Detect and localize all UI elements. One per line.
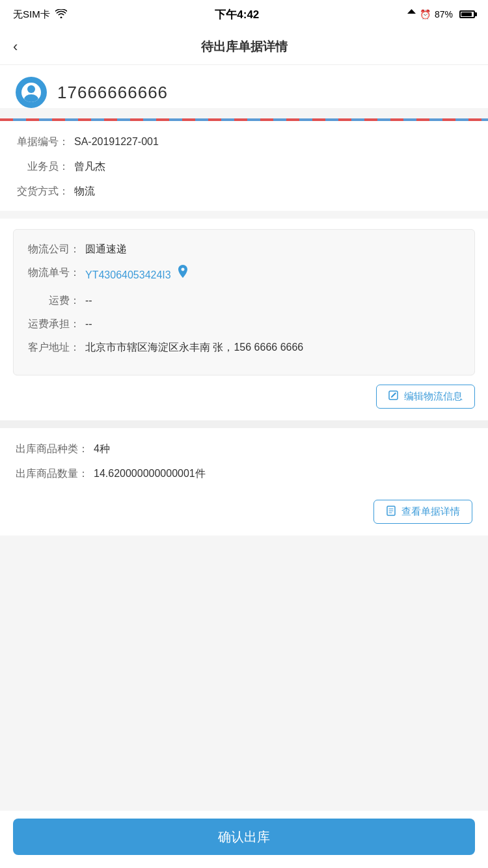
freight-bearer-label: 运费承担： [27, 316, 85, 332]
customer-phone: 17666666666 [57, 83, 168, 103]
logistics-company-row: 物流公司： 圆通速递 [27, 241, 461, 257]
order-no-row: 单据编号： SA-20191227-001 [16, 134, 472, 150]
tracking-no-label: 物流单号： [27, 265, 85, 280]
page-title: 待出库单据详情 [201, 38, 288, 55]
salesman-label: 业务员： [16, 159, 74, 174]
address-value: 北京市市辖区海淀区永丰南 张，156 6666 6666 [85, 340, 461, 355]
product-info-section: 出库商品种类： 4种 出库商品数量： 14.620000000000001件 查… [0, 428, 488, 536]
order-no-label: 单据编号： [16, 134, 74, 150]
confirm-btn-label: 确认出库 [218, 828, 270, 846]
freight-row: 运费： -- [27, 293, 461, 308]
product-category-value: 4种 [94, 441, 472, 457]
delivery-method-label: 交货方式： [16, 183, 74, 199]
status-time: 下午4:42 [215, 7, 259, 22]
freight-bearer-row: 运费承担： -- [27, 316, 461, 332]
nav-bar: ‹ 待出库单据详情 [0, 29, 488, 65]
logistics-company-value: 圆通速递 [85, 241, 461, 257]
salesman-row: 业务员： 曾凡杰 [16, 159, 472, 174]
carrier-label: 无SIM卡 [13, 8, 50, 21]
order-no-value: SA-20191227-001 [74, 134, 472, 150]
confirm-button[interactable]: 确认出库 [13, 819, 475, 855]
product-quantity-value: 14.620000000000001件 [94, 466, 472, 481]
view-detail-button[interactable]: 查看单据详情 [373, 500, 472, 524]
battery-percent: 87% [435, 9, 453, 20]
product-category-label: 出库商品种类： [16, 441, 94, 457]
status-right: ⏰ 87% [407, 9, 475, 20]
confirm-btn-container: 确认出库 [0, 811, 488, 868]
battery-icon [459, 10, 475, 18]
order-info-section: 单据编号： SA-20191227-001 业务员： 曾凡杰 交货方式： 物流 [0, 121, 488, 211]
bottom-spacer [0, 536, 488, 653]
alarm-icon: ⏰ [420, 9, 431, 20]
address-label: 客户地址： [27, 340, 85, 355]
view-btn-row: 查看单据详情 [16, 491, 472, 536]
avatar [16, 77, 47, 108]
delivery-method-row: 交货方式： 物流 [16, 183, 472, 199]
edit-icon [388, 390, 399, 403]
tracking-no-row: 物流单号： YT43064053424I3 [27, 265, 461, 285]
logistics-company-label: 物流公司： [27, 241, 85, 257]
product-category-row: 出库商品种类： 4种 [16, 441, 472, 457]
product-quantity-row: 出库商品数量： 14.620000000000001件 [16, 466, 472, 481]
freight-value: -- [85, 293, 461, 308]
section-separator [0, 420, 488, 428]
address-row: 客户地址： 北京市市辖区海淀区永丰南 张，156 6666 6666 [27, 340, 461, 355]
location-pin-icon[interactable] [176, 265, 189, 285]
freight-label: 运费： [27, 293, 85, 308]
product-quantity-label: 出库商品数量： [16, 466, 94, 481]
customer-header: 17666666666 [0, 65, 488, 108]
logistics-section-wrapper: 物流公司： 圆通速递 物流单号： YT43064053424I3 运费： -- … [0, 219, 488, 420]
delivery-method-value: 物流 [74, 183, 472, 199]
freight-bearer-value: -- [85, 316, 461, 332]
status-bar: 无SIM卡 下午4:42 ⏰ 87% [0, 0, 488, 29]
edit-btn-row: 编辑物流信息 [13, 375, 475, 420]
edit-logistics-button[interactable]: 编辑物流信息 [376, 385, 475, 409]
location-icon [407, 9, 416, 20]
view-btn-label: 查看单据详情 [401, 506, 460, 518]
logistics-card: 物流公司： 圆通速递 物流单号： YT43064053424I3 运费： -- … [13, 229, 475, 375]
tracking-no-value: YT43064053424I3 [85, 265, 461, 285]
back-button[interactable]: ‹ [8, 33, 23, 61]
salesman-value: 曾凡杰 [74, 159, 472, 174]
status-left: 无SIM卡 [13, 8, 67, 21]
wifi-icon [55, 9, 67, 20]
edit-btn-label: 编辑物流信息 [404, 390, 463, 403]
avatar-icon [21, 83, 41, 102]
document-icon [386, 506, 396, 518]
